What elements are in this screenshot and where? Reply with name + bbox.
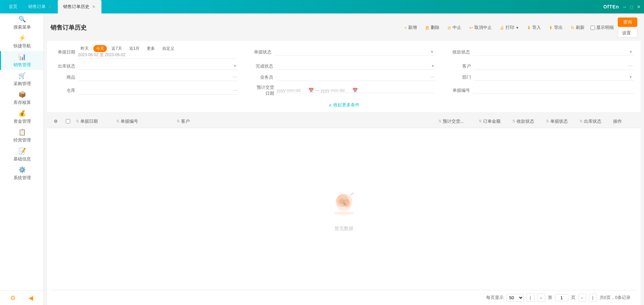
order-no-input[interactable] bbox=[474, 88, 633, 93]
page-number-input[interactable] bbox=[555, 294, 568, 301]
status-dropdown-icon: ▼ bbox=[430, 50, 434, 54]
print-button[interactable]: 🖨 打印 ▼ bbox=[498, 23, 521, 32]
customer-dots-icon[interactable]: ··· bbox=[628, 63, 633, 69]
col-out-status[interactable]: ⇅ 出库状态 bbox=[577, 118, 611, 124]
goods-dots-icon[interactable]: ··· bbox=[232, 74, 237, 80]
sidebar-item-inventory[interactable]: 📦 库存核算 bbox=[0, 89, 43, 108]
col-order-no[interactable]: ⇅ 单据编号 bbox=[114, 118, 175, 124]
sales-icon: 📊 bbox=[18, 53, 26, 61]
display-detail-checkbox[interactable] bbox=[591, 26, 595, 30]
expected-date-to[interactable] bbox=[321, 88, 351, 93]
col-order-status[interactable]: ⇅ 单据状态 bbox=[544, 118, 577, 124]
sidebar-item-finance[interactable]: 💰 资金管理 bbox=[0, 108, 43, 126]
calendar-icon-to[interactable]: 📅 bbox=[352, 88, 358, 93]
date-btn-1month[interactable]: 近1月 bbox=[127, 45, 142, 52]
tab-home[interactable]: 首页 bbox=[3, 0, 23, 13]
collapse-sidebar-icon[interactable]: ◀ bbox=[29, 294, 33, 302]
empty-state-image: 🔍 bbox=[327, 187, 361, 220]
status-control[interactable]: ▼ bbox=[274, 49, 435, 55]
date-btn-custom[interactable]: 自定义 bbox=[160, 45, 177, 52]
setting-button[interactable]: 设置 bbox=[618, 28, 637, 38]
expected-date-from[interactable] bbox=[277, 88, 307, 93]
export-button[interactable]: ⬆ 导出 bbox=[547, 23, 565, 32]
goods-label: 商品 bbox=[54, 74, 78, 80]
last-page-btn[interactable]: ⟩ bbox=[589, 294, 597, 302]
delete-icon: 🗑 bbox=[425, 25, 429, 30]
sales-dots-icon[interactable]: ··· bbox=[430, 74, 435, 80]
sidebar-item-system[interactable]: ⚙️ 系统管理 bbox=[0, 164, 43, 183]
date-btn-more[interactable]: 更多 bbox=[144, 45, 158, 52]
dept-input[interactable] bbox=[475, 75, 629, 80]
complete-control[interactable]: ▼ bbox=[276, 63, 436, 70]
col-amount-sort-icon: ⇅ bbox=[479, 119, 482, 123]
col-receipt-status[interactable]: ⇅ 收款状态 bbox=[510, 118, 544, 124]
sidebar-item-basic-info[interactable]: 📝 基础信息 bbox=[0, 145, 43, 164]
col-date[interactable]: ⇅ 单据日期 bbox=[74, 118, 114, 124]
sidebar-item-quick-nav[interactable]: ⚡ 快捷导航 bbox=[0, 32, 43, 51]
col-customer[interactable]: ⇅ 客户 bbox=[175, 118, 436, 124]
next-page-btn[interactable]: › bbox=[578, 294, 586, 302]
quick-nav-icon: ⚡ bbox=[18, 34, 26, 42]
per-page-select[interactable]: 50 20 100 bbox=[506, 294, 524, 302]
status-input[interactable] bbox=[275, 49, 430, 54]
stop-button[interactable]: ⊘ 中止 bbox=[445, 23, 463, 32]
settings-icon[interactable]: ⚙ bbox=[10, 294, 15, 302]
date-btn-7days[interactable]: 近7天 bbox=[109, 45, 125, 52]
page-label: 第 bbox=[548, 295, 552, 301]
filter-row-3: 商品 ··· 业务员 ··· 部门 ▼ bbox=[54, 73, 634, 81]
dept-dropdown-icon: ▼ bbox=[629, 75, 633, 79]
sidebar-item-operations[interactable]: 📋 经营管理 bbox=[0, 126, 43, 145]
col-delivery[interactable]: ⇅ 预计交货... bbox=[436, 118, 477, 124]
complete-input[interactable] bbox=[277, 64, 431, 69]
new-button[interactable]: + 新增 bbox=[402, 23, 419, 32]
calendar-icon-from[interactable]: 📅 bbox=[308, 88, 314, 93]
out-input[interactable] bbox=[79, 64, 233, 69]
table-check-col[interactable] bbox=[62, 119, 74, 123]
settings-gear-icon[interactable]: ⚙ bbox=[54, 119, 58, 124]
warehouse-dots-icon[interactable]: ··· bbox=[233, 87, 238, 93]
collapse-bar[interactable]: ∧ 收起更多条件 bbox=[54, 100, 634, 108]
tab-sales-history[interactable]: 销售订单历史 ✕ bbox=[58, 0, 101, 13]
col-amount[interactable]: ⇅ 订单金额 bbox=[477, 118, 510, 124]
close-tab-sales-order[interactable]: ✕ bbox=[48, 4, 52, 9]
window-minimize-btn[interactable]: ─ bbox=[623, 4, 626, 9]
receipt-control[interactable]: ▼ bbox=[473, 49, 634, 55]
out-control[interactable]: ▼ bbox=[78, 63, 238, 70]
sidebar-item-purchase[interactable]: 🛒 采购管理 bbox=[0, 70, 43, 89]
refresh-button[interactable]: ↻ 刷新 bbox=[569, 23, 587, 32]
customer-input[interactable] bbox=[475, 64, 628, 69]
operations-icon: 📋 bbox=[18, 128, 26, 136]
table-body: 🔍 暂无数据 bbox=[47, 128, 641, 290]
table-settings-col[interactable]: ⚙ bbox=[50, 119, 62, 124]
window-maximize-btn[interactable]: □ bbox=[630, 4, 633, 9]
sidebar-item-sales[interactable]: 📊 销售管理 bbox=[0, 51, 43, 70]
cancel-stop-button[interactable]: ↩ 取消中止 bbox=[467, 23, 494, 32]
query-button[interactable]: 查询 bbox=[618, 17, 637, 27]
customer-control[interactable]: ··· bbox=[474, 62, 634, 70]
tab-sales-order[interactable]: 销售订单 ✕ bbox=[23, 0, 58, 13]
sidebar-item-search[interactable]: 🔍 搜索菜单 bbox=[0, 13, 43, 32]
sales-input[interactable] bbox=[277, 75, 430, 80]
date-btn-today[interactable]: 今天 bbox=[93, 45, 107, 52]
window-close-btn[interactable]: ✕ bbox=[637, 4, 641, 9]
date-dash: — bbox=[315, 88, 319, 93]
first-page-btn[interactable]: ⟨ bbox=[526, 294, 534, 302]
delete-button[interactable]: 🗑 删除 bbox=[423, 23, 441, 32]
close-tab-sales-history[interactable]: ✕ bbox=[91, 4, 96, 9]
goods-input[interactable] bbox=[79, 75, 232, 80]
dept-control[interactable]: ▼ bbox=[474, 74, 634, 81]
import-button[interactable]: ⬇ 导入 bbox=[525, 23, 543, 32]
prev-page-btn[interactable]: ‹ bbox=[537, 294, 545, 302]
goods-control[interactable]: ··· bbox=[78, 73, 238, 81]
date-btn-yesterday[interactable]: 昨天 bbox=[78, 45, 91, 52]
col-out-sort-icon: ⇅ bbox=[579, 119, 583, 123]
sales-control[interactable]: ··· bbox=[276, 73, 436, 81]
receipt-input[interactable] bbox=[474, 49, 629, 54]
svg-text:🔍: 🔍 bbox=[341, 200, 346, 205]
order-no-control[interactable] bbox=[473, 87, 634, 94]
select-all-checkbox[interactable] bbox=[66, 119, 70, 123]
warehouse-input[interactable] bbox=[79, 88, 233, 93]
page-suffix: 页 bbox=[571, 295, 575, 301]
col-customer-sort-icon: ⇅ bbox=[177, 119, 180, 123]
warehouse-control[interactable]: ··· bbox=[78, 87, 239, 94]
